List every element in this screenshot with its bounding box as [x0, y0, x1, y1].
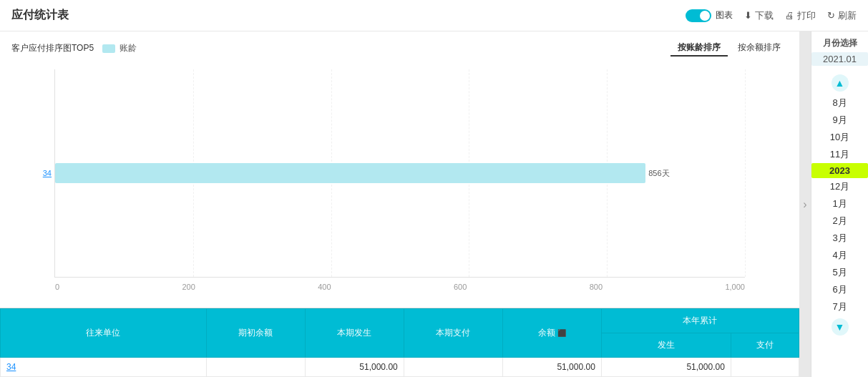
refresh-icon: ↻	[827, 10, 835, 21]
print-label: 打印	[797, 9, 816, 22]
sort-by-age-button[interactable]: 按账龄排序	[670, 40, 728, 57]
sidebar-month-7[interactable]: 7月	[811, 298, 868, 315]
legend-item-age: 账龄	[102, 42, 137, 54]
sidebar-month-3[interactable]: 3月	[811, 230, 868, 247]
sidebar-year-label-2023[interactable]: 2023	[811, 163, 868, 178]
sidebar-month-8[interactable]: 8月	[811, 94, 868, 112]
chart-toggle-label: 图表	[716, 9, 733, 21]
td-occurrence: 51,000.00	[305, 358, 404, 377]
chart-toggle[interactable]	[686, 9, 711, 22]
chart-toggle-container: 图表	[686, 9, 733, 22]
legend-label-age: 账龄	[120, 42, 137, 54]
print-icon: 🖨	[785, 10, 794, 21]
th-opening: 期初余额	[206, 309, 305, 358]
sidebar-divider[interactable]: ›	[799, 31, 811, 377]
legend-color-age	[102, 44, 115, 53]
gridline-5	[745, 69, 746, 277]
bar-chart: 34 856天 0 200 400 600 800 1,000	[11, 62, 788, 299]
sidebar-month-9[interactable]: 9月	[811, 112, 868, 129]
chart-title: 客户应付排序图TOP5	[11, 42, 94, 54]
refresh-button[interactable]: ↻ 刷新	[827, 9, 857, 22]
table-section: 往来单位 期初余额 本期发生 本期支付 余额 ⬛ 本年累计 发生	[0, 308, 799, 377]
sidebar-month-5[interactable]: 5月	[811, 264, 868, 281]
th-occurrence: 本期发生	[305, 309, 404, 358]
main-container: 应付统计表 图表 ⬇ 下载 🖨 打印 ↻ 刷新	[0, 0, 868, 377]
main-content: 客户应付排序图TOP5 账龄 按账龄排序 按余额排序	[0, 31, 799, 377]
bar-label-1[interactable]: 34	[19, 169, 52, 177]
sidebar: 月份选择 2021.01 ▲ 8月 9月 10月 11月 2023 12月 1月…	[811, 31, 868, 377]
download-label: 下载	[755, 9, 774, 22]
x-label-800: 800	[590, 283, 603, 291]
th-balance: 余额 ⬛	[502, 309, 601, 358]
sidebar-year[interactable]: 2021.01	[811, 52, 868, 66]
th-ytd-occurrence: 发生	[601, 333, 731, 358]
x-label-0: 0	[55, 283, 59, 291]
sidebar-month-2[interactable]: 2月	[811, 212, 868, 230]
th-ytd: 本年累计	[601, 309, 799, 333]
refresh-label: 刷新	[838, 9, 857, 22]
td-balance: 51,000.00	[502, 358, 601, 377]
th-payment: 本期支付	[404, 309, 502, 358]
sidebar-up-button[interactable]: ▲	[832, 74, 849, 92]
x-label-400: 400	[318, 283, 331, 291]
sidebar-title: 月份选择	[823, 37, 857, 49]
bar-value-1: 856天	[648, 168, 669, 179]
sidebar-month-11[interactable]: 11月	[811, 146, 868, 163]
header-actions: 图表 ⬇ 下载 🖨 打印 ↻ 刷新	[686, 9, 857, 22]
chart-header: 客户应付排序图TOP5 账龄 按账龄排序 按余额排序	[11, 40, 788, 57]
sidebar-down-button[interactable]: ▼	[832, 318, 849, 336]
td-opening	[206, 358, 305, 377]
header: 应付统计表 图表 ⬇ 下载 🖨 打印 ↻ 刷新	[0, 0, 868, 31]
th-ytd-payment: 支付	[731, 333, 799, 358]
sidebar-month-4[interactable]: 4月	[811, 247, 868, 264]
page-title: 应付统计表	[11, 8, 69, 23]
td-ytd-payment	[731, 358, 799, 377]
table-row: 34 51,000.00 51,000.00 51,000.00	[1, 358, 799, 377]
download-icon: ⬇	[744, 10, 752, 21]
x-label-1000: 1,000	[725, 283, 745, 291]
unit-link[interactable]: 34	[6, 362, 16, 372]
x-label-600: 600	[454, 283, 467, 291]
sidebar-month-6[interactable]: 6月	[811, 281, 868, 298]
x-axis: 0 200 400 600 800 1,000	[55, 283, 745, 291]
chart-sort-buttons: 按账龄排序 按余额排序	[670, 40, 788, 57]
x-label-200: 200	[182, 283, 195, 291]
sort-by-balance-button[interactable]: 按余额排序	[731, 40, 788, 57]
td-payment	[404, 358, 502, 377]
chart-inner: 34 856天 0 200 400 600 800 1,000	[54, 69, 745, 278]
chart-section: 客户应付排序图TOP5 账龄 按账龄排序 按余额排序	[0, 31, 799, 308]
sidebar-month-10[interactable]: 10月	[811, 129, 868, 146]
content-area: 客户应付排序图TOP5 账龄 按账龄排序 按余额排序	[0, 31, 868, 377]
bar-row-1: 34 856天	[55, 163, 745, 183]
bar-fill-1	[55, 163, 645, 183]
sidebar-month-1[interactable]: 1月	[811, 195, 868, 212]
chart-legend: 客户应付排序图TOP5 账龄	[11, 42, 137, 54]
td-ytd-occurrence: 51,000.00	[601, 358, 731, 377]
td-unit: 34	[1, 358, 207, 377]
download-button[interactable]: ⬇ 下载	[744, 9, 774, 22]
data-table: 往来单位 期初余额 本期发生 本期支付 余额 ⬛ 本年累计 发生	[0, 308, 799, 377]
th-unit: 往来单位	[1, 309, 207, 358]
sidebar-month-12[interactable]: 12月	[811, 178, 868, 195]
print-button[interactable]: 🖨 打印	[785, 9, 816, 22]
balance-icon: ⬛	[557, 329, 566, 337]
